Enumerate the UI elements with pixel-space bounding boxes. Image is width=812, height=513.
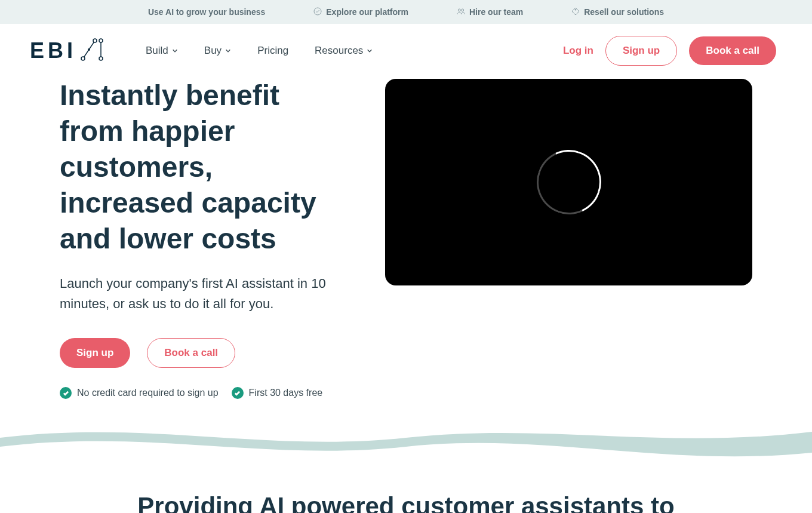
customers-section: Providing AI powered customer assistants…	[0, 465, 812, 513]
top-bar-item-resell[interactable]: Resell our solutions	[571, 7, 664, 18]
logo-icon	[80, 38, 116, 64]
benefit-label: First 30 days free	[249, 388, 323, 398]
announcement-bar: Use AI to grow your business Explore our…	[0, 0, 812, 24]
nav-link-resources[interactable]: Resources	[315, 45, 373, 57]
logo[interactable]: EBI	[30, 38, 116, 64]
hero-content: Instantly benefit from happier customers…	[60, 78, 349, 399]
top-bar-item-explore[interactable]: Explore our platform	[313, 7, 408, 18]
nav-link-pricing[interactable]: Pricing	[257, 45, 288, 57]
video-player[interactable]	[385, 79, 752, 285]
top-bar-item-grow[interactable]: Use AI to grow your business	[148, 7, 265, 17]
check-icon	[232, 387, 244, 399]
check-icon	[60, 387, 72, 399]
top-bar-label: Hire our team	[469, 7, 523, 17]
chevron-down-icon	[225, 45, 231, 57]
hero-subtitle: Launch your company's first AI assistant…	[60, 274, 349, 314]
loading-spinner-icon	[527, 141, 610, 223]
people-icon	[456, 7, 466, 18]
logo-text: EBI	[30, 38, 76, 63]
hero-cta-group: Sign up Book a call	[60, 338, 349, 368]
nav-actions: Log in Sign up Book a call	[563, 36, 776, 66]
svg-point-6	[99, 39, 103, 42]
nav-link-buy[interactable]: Buy	[204, 45, 231, 57]
hero-section: Instantly benefit from happier customers…	[0, 78, 812, 399]
hero-signup-button[interactable]: Sign up	[60, 338, 130, 368]
svg-point-2	[462, 9, 464, 11]
signup-button[interactable]: Sign up	[605, 36, 677, 66]
svg-point-5	[93, 39, 97, 42]
svg-point-8	[88, 48, 90, 51]
login-link[interactable]: Log in	[563, 45, 593, 57]
tag-icon	[571, 7, 580, 18]
chevron-down-icon	[367, 45, 373, 57]
benefit-label: No credit card required to sign up	[77, 388, 219, 398]
nav-link-label: Resources	[315, 45, 363, 57]
top-bar-item-hire[interactable]: Hire our team	[456, 7, 523, 18]
customers-heading: Providing AI powered customer assistants…	[137, 492, 675, 513]
benefit-free-trial: First 30 days free	[232, 387, 323, 399]
svg-point-4	[81, 57, 85, 60]
nav-link-label: Pricing	[257, 45, 288, 57]
svg-point-1	[458, 9, 460, 11]
nav-link-label: Buy	[204, 45, 222, 57]
hero-title: Instantly benefit from happier customers…	[60, 78, 349, 257]
chevron-down-icon	[172, 45, 178, 57]
nav-links: Build Buy Pricing Resources	[146, 45, 563, 57]
nav-link-build[interactable]: Build	[146, 45, 178, 57]
svg-point-7	[99, 57, 103, 60]
book-call-button[interactable]: Book a call	[689, 36, 776, 65]
svg-point-3	[575, 9, 576, 10]
top-bar-label: Resell our solutions	[584, 7, 664, 17]
hero-media	[385, 78, 752, 285]
hero-benefits: No credit card required to sign up First…	[60, 387, 349, 399]
main-nav: EBI Build Buy Pricing Resources	[0, 24, 812, 78]
wave-divider	[0, 417, 812, 465]
benefit-no-card: No credit card required to sign up	[60, 387, 219, 399]
check-badge-icon	[313, 7, 322, 18]
top-bar-label: Explore our platform	[326, 7, 408, 17]
top-bar-label: Use AI to grow your business	[148, 7, 265, 17]
hero-book-call-button[interactable]: Book a call	[147, 338, 235, 368]
nav-link-label: Build	[146, 45, 168, 57]
